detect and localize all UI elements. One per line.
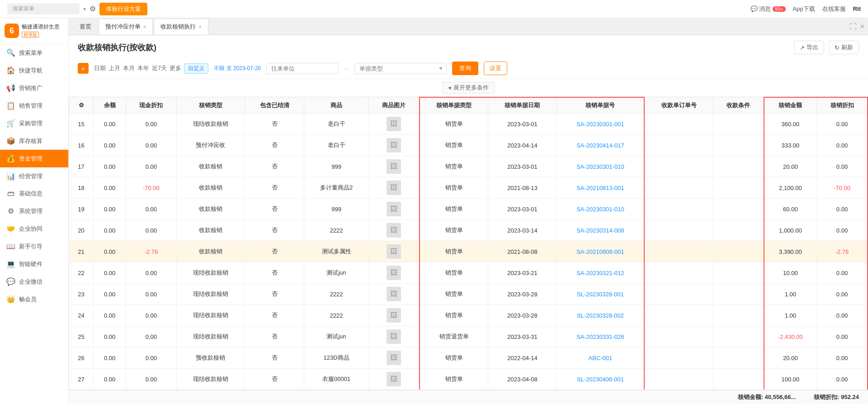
tab-writeoff[interactable]: 收款核销执行 × bbox=[154, 19, 208, 34]
row-type: 收款核销 bbox=[176, 199, 245, 220]
sidebar-item-quicknav[interactable]: 🏠快捷导航 bbox=[0, 62, 68, 79]
sidebar-item-system[interactable]: ⚙系统管理 bbox=[0, 202, 68, 220]
sidebar-item-sales[interactable]: 📋销售管理 bbox=[0, 97, 68, 114]
bill-no-link[interactable]: SA-20230301-010 bbox=[576, 206, 624, 213]
row-bill-no[interactable]: SA-20230301-010 bbox=[557, 199, 644, 220]
row-order-no bbox=[644, 220, 713, 241]
row-bill-no[interactable]: SA-20230314-008 bbox=[557, 220, 644, 241]
refresh-btn[interactable]: ↻ 刷新 bbox=[829, 41, 859, 54]
row-bill-no[interactable]: SA-20210808-001 bbox=[557, 241, 644, 262]
row-goods: 测试jun bbox=[304, 262, 369, 284]
row-goods: 2222 bbox=[304, 284, 369, 305]
sidebar-item-label: 库存核算 bbox=[19, 137, 42, 145]
sidebar-item-guide[interactable]: 📖新手引导 bbox=[0, 238, 68, 255]
bill-no-link[interactable]: SL-20230328-002 bbox=[577, 312, 624, 319]
online-service-link[interactable]: 在线客服 bbox=[822, 5, 846, 13]
wechat-icon: 💬 bbox=[6, 277, 15, 286]
table-row: 170.000.00收款核销否999🖼销货单2023-03-01SA-20230… bbox=[69, 156, 868, 177]
row-bill-no[interactable]: SA-20230414-017 bbox=[557, 135, 644, 156]
row-bill-type: 销货单 bbox=[420, 241, 488, 262]
sidebar-item-enterprise[interactable]: 🤝企业协同 bbox=[0, 220, 68, 238]
tab-home[interactable]: 首页 bbox=[72, 19, 99, 34]
sidebar-item-operation[interactable]: 📊经营管理 bbox=[0, 167, 68, 185]
date-custom-btn[interactable]: 自定义 bbox=[184, 63, 208, 74]
expand-bar: ▾ 展开更多条件 bbox=[69, 79, 868, 97]
row-bill-date: 2023-04-14 bbox=[488, 135, 557, 156]
bill-no-link[interactable]: SL-20230328-001 bbox=[577, 291, 624, 298]
filter-expand-btn[interactable]: » bbox=[78, 63, 89, 74]
expand-more-btn[interactable]: ▾ 展开更多条件 bbox=[443, 82, 495, 94]
tab-close-all-icon[interactable]: × bbox=[860, 23, 864, 31]
sidebar-item-marketing[interactable]: 📢营销推广 bbox=[0, 79, 68, 97]
bill-no-link[interactable]: SA-20230301-010 bbox=[576, 163, 624, 170]
date-more[interactable]: 更多 bbox=[170, 64, 181, 72]
bill-no-link[interactable]: SA-20230414-017 bbox=[576, 142, 624, 149]
row-bill-no[interactable]: SA-20230301-010 bbox=[557, 156, 644, 177]
row-bill-no[interactable]: SA-20230331-026 bbox=[557, 326, 644, 347]
row-included: 否 bbox=[245, 284, 304, 305]
row-bill-no[interactable]: SL-20230328-001 bbox=[557, 284, 644, 305]
row-order-no bbox=[644, 114, 713, 135]
row-bill-no[interactable]: SA-20230321-012 bbox=[557, 262, 644, 284]
setting-btn[interactable]: 设置 bbox=[484, 62, 507, 75]
logo-text-area: 畅捷通谱好生意 标准版 bbox=[22, 24, 60, 38]
industry-btn[interactable]: 体验行业方案 bbox=[99, 3, 147, 15]
row-bill-no[interactable]: SA-20230301-001 bbox=[557, 114, 644, 135]
query-btn[interactable]: 查询 bbox=[452, 62, 478, 75]
sidebar-item-inventory[interactable]: 📦库存核算 bbox=[0, 132, 68, 150]
row-bill-date: 2021-08-13 bbox=[488, 177, 557, 199]
date-this-month[interactable]: 本月 bbox=[123, 64, 135, 72]
row-bill-no[interactable]: ABC-001 bbox=[557, 347, 644, 369]
row-bill-no[interactable]: SL-20230328-002 bbox=[557, 305, 644, 326]
sidebar-item-search[interactable]: 🔍搜索菜单 bbox=[0, 44, 68, 62]
row-bill-no[interactable]: SL-20230408-001 bbox=[557, 369, 644, 390]
settings-gear-icon[interactable]: ⚙ bbox=[90, 5, 96, 13]
quicknav-icon: 🏠 bbox=[6, 66, 15, 75]
row-bill-type: 销货单 bbox=[420, 284, 488, 305]
row-balance: 0.00 bbox=[94, 369, 126, 390]
tab-prepay-close[interactable]: × bbox=[143, 24, 146, 29]
bill-no-link[interactable]: SA-20230301-001 bbox=[576, 121, 624, 128]
sidebar-item-label: 资金管理 bbox=[19, 155, 42, 163]
row-discount: 0.00 bbox=[817, 135, 868, 156]
main-content: 首页 预付冲应付单 × 收款核销执行 × ⛶ × 收款核销执行(按收款) ↗ 导… bbox=[69, 18, 868, 404]
date-this-year[interactable]: 本年 bbox=[137, 64, 149, 72]
bill-no-link[interactable]: ABC-001 bbox=[589, 355, 613, 361]
bill-no-link[interactable]: SA-20210813-001 bbox=[576, 185, 624, 191]
export-btn[interactable]: ↗ 导出 bbox=[794, 41, 824, 54]
app-download-link[interactable]: App下载 bbox=[793, 5, 815, 13]
sidebar-item-wechat[interactable]: 💬企业微信 bbox=[0, 273, 68, 290]
sidebar-item-purchase[interactable]: 🛒采购管理 bbox=[0, 114, 68, 132]
sidebar-item-hardware[interactable]: 💻智能硬件 bbox=[0, 255, 68, 273]
guide-icon: 📖 bbox=[6, 242, 15, 251]
col-header-2: 现金折扣 bbox=[126, 97, 177, 114]
bill-type-input[interactable] bbox=[354, 63, 447, 74]
bill-no-link[interactable]: SA-20210808-001 bbox=[576, 248, 624, 255]
row-bill-date: 2021-08-08 bbox=[488, 241, 557, 262]
sidebar-item-member[interactable]: 👑畅会员 bbox=[0, 290, 68, 308]
sidebar: 6 畅捷通谱好生意 标准版 🔍搜索菜单🏠快捷导航📢营销推广📋销售管理🛒采购管理📦… bbox=[0, 18, 69, 404]
message-icon[interactable]: 💬 消息 99+ bbox=[750, 5, 786, 13]
top-search-input[interactable]: 搜索菜单 bbox=[7, 3, 80, 14]
purchase-icon: 🛒 bbox=[6, 119, 15, 128]
sidebar-item-basic[interactable]: 🗃基础信息 bbox=[0, 185, 68, 202]
party-input[interactable] bbox=[266, 63, 339, 74]
date-7days[interactable]: 近7天 bbox=[152, 64, 167, 72]
bill-no-link[interactable]: SA-20230321-012 bbox=[576, 270, 624, 276]
row-amount: 3,390.00 bbox=[764, 241, 817, 262]
page-header: 收款核销执行(按收款) ↗ 导出 ↻ 刷新 bbox=[69, 35, 868, 58]
sidebar-item-finance[interactable]: 💰资金管理 bbox=[0, 150, 68, 167]
date-last-month[interactable]: 上月 bbox=[108, 64, 120, 72]
row-amount: 10.00 bbox=[764, 262, 817, 284]
amount-total: 核销金额: 40,556,66... bbox=[738, 393, 796, 401]
user-name: Rit bbox=[853, 5, 861, 12]
tab-writeoff-close[interactable]: × bbox=[198, 24, 201, 29]
row-num: 19 bbox=[69, 199, 94, 220]
tab-maximize-icon[interactable]: ⛶ bbox=[849, 23, 857, 31]
row-bill-no[interactable]: SA-20210813-001 bbox=[557, 177, 644, 199]
bill-no-link[interactable]: SA-20230314-008 bbox=[576, 227, 624, 234]
tab-prepay[interactable]: 预付冲应付单 × bbox=[99, 19, 153, 34]
bill-no-link[interactable]: SA-20230331-026 bbox=[576, 333, 624, 340]
bill-no-link[interactable]: SL-20230408-001 bbox=[577, 376, 624, 383]
row-bill-type: 销货单 bbox=[420, 199, 488, 220]
